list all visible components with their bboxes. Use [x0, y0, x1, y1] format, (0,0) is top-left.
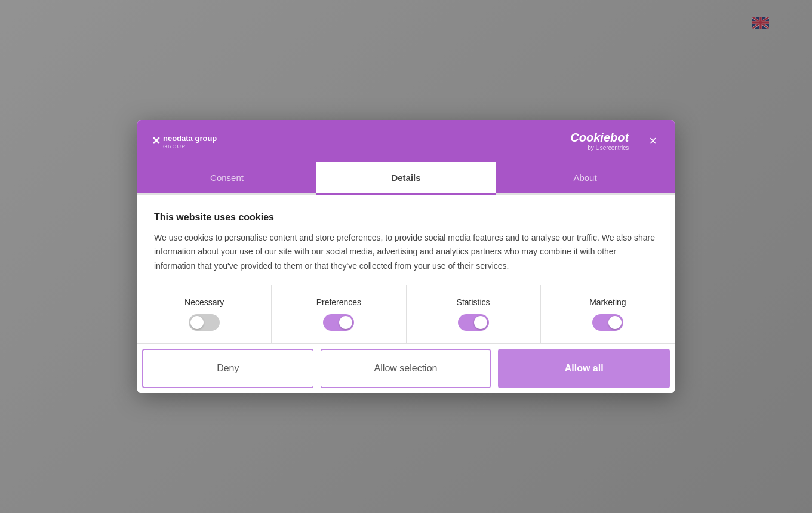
toggle-section: Necessary Preferences Statistics Marketi…	[137, 285, 675, 343]
cookie-consent-dialog: ✕ neodata group group Cookiebot by Userc…	[137, 120, 675, 392]
cookie-description: We use cookies to personalise content an…	[154, 231, 658, 272]
toggle-preferences-knob	[339, 316, 352, 329]
cookie-title: This website uses cookies	[154, 212, 658, 223]
toggle-necessary-knob	[190, 316, 204, 329]
toggle-cell-necessary: Necessary	[137, 285, 272, 343]
cookiebot-sub: by Usercentrics	[570, 145, 629, 151]
toggle-cell-preferences: Preferences	[272, 285, 406, 343]
cookiebot-label: Cookiebot	[570, 131, 629, 144]
tab-consent[interactable]: Consent	[137, 162, 316, 193]
logo-icon: ✕	[152, 134, 161, 148]
allow-all-button[interactable]: Allow all	[498, 349, 670, 388]
allow-selection-button[interactable]: Allow selection	[321, 349, 491, 388]
modal-overlay: ✕ neodata group group Cookiebot by Userc…	[0, 0, 812, 513]
dialog-header: ✕ neodata group group Cookiebot by Userc…	[137, 120, 675, 162]
close-button[interactable]: ×	[645, 133, 660, 149]
cookiebot-label-group: Cookiebot by Usercentrics	[570, 131, 629, 151]
dialog-actions: Deny Allow selection Allow all	[137, 343, 675, 393]
toggle-necessary[interactable]	[189, 314, 220, 331]
toggle-marketing[interactable]	[592, 314, 623, 331]
cookiebot-brand: Cookiebot by Usercentrics ×	[570, 131, 660, 151]
neodata-logo: ✕ neodata group group	[152, 133, 217, 149]
toggle-label-marketing: Marketing	[589, 297, 626, 307]
dialog-body: This website uses cookies We use cookies…	[137, 195, 675, 284]
logo-sub: group	[163, 143, 217, 149]
tab-details[interactable]: Details	[316, 162, 496, 193]
toggle-preferences[interactable]	[323, 314, 354, 331]
deny-button[interactable]: Deny	[142, 349, 313, 388]
toggle-label-necessary: Necessary	[184, 297, 224, 307]
toggle-label-statistics: Statistics	[457, 297, 490, 307]
tab-bar: Consent Details About	[137, 162, 675, 195]
toggle-statistics[interactable]	[458, 314, 489, 331]
logo-name: neodata group	[163, 134, 217, 143]
tab-about[interactable]: About	[496, 162, 675, 193]
toggle-cell-statistics: Statistics	[407, 285, 541, 343]
toggle-label-preferences: Preferences	[316, 297, 361, 307]
logo-text-group: neodata group group	[163, 133, 217, 149]
toggle-statistics-knob	[474, 316, 487, 329]
toggle-marketing-knob	[608, 316, 622, 329]
toggle-cell-marketing: Marketing	[541, 285, 675, 343]
